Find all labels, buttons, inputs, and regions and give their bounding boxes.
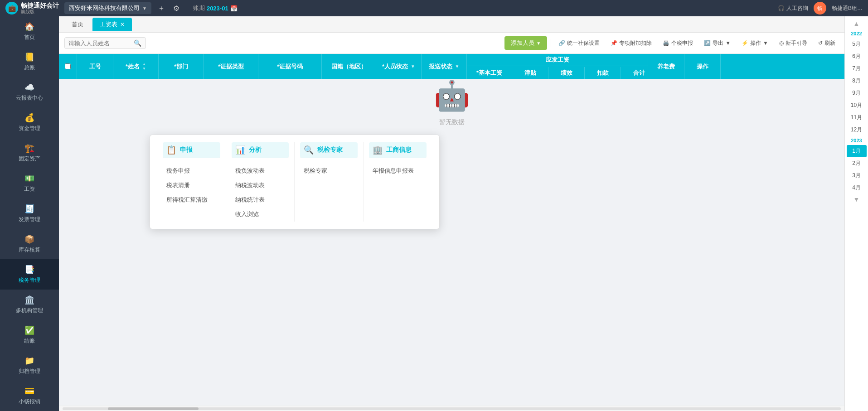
cal-month-2023-1[interactable]: 1月 [847, 145, 867, 157]
cal-year-2022: 2022 [851, 29, 862, 38]
cal-nav-up[interactable]: ▲ [852, 18, 862, 29]
social-security-button[interactable]: 🔗 统一社保设置 [555, 38, 603, 49]
th-person-status: *人员状态 ▼ [376, 54, 422, 79]
assets-icon: 🏗️ [24, 143, 34, 153]
report-section-icon: 📋 [166, 145, 176, 155]
refresh-icon: ↺ [818, 40, 823, 46]
report-status-filter-icon[interactable]: ▼ [455, 64, 460, 69]
cal-month-8[interactable]: 8月 [847, 75, 867, 87]
tax-icon: 📑 [24, 265, 34, 275]
dropdown-grid: 📋 申报 税务申报 税表清册 所得税汇算清缴 📊 分析 税负波动表 [157, 142, 432, 222]
section-taxcheck-title: 税检专家 [317, 146, 343, 154]
dropdown-item-tax-burden[interactable]: 税负波动表 [232, 164, 289, 178]
bottom-scrollbar[interactable] [59, 406, 844, 411]
sidebar-org-label: 多机构管理 [16, 307, 43, 314]
sidebar-item-archive[interactable]: 📁 归档管理 [0, 350, 59, 381]
sidebar-item-assets[interactable]: 🏗️ 固定资产 [0, 138, 59, 168]
cal-month-2023-4[interactable]: 4月 [847, 182, 867, 194]
sidebar-cloud-label: 云报表中心 [16, 94, 43, 102]
cal-month-12[interactable]: 12月 [847, 124, 867, 136]
section-report-title: 申报 [180, 146, 193, 154]
export-button[interactable]: ↗️ 导出 ▼ [700, 38, 734, 49]
cal-month-6[interactable]: 6月 [847, 50, 867, 63]
payroll-icon: 💵 [24, 174, 34, 184]
special-deduction-button[interactable]: 📌 专项附加扣除 [607, 38, 655, 49]
dropdown-item-tax-fluctuation[interactable]: 纳税波动表 [232, 178, 289, 193]
dropdown-item-tax-stats[interactable]: 纳税统计表 [232, 193, 289, 207]
cal-month-9[interactable]: 9月 [847, 87, 867, 99]
sidebar-item-closing[interactable]: ✅ 结账 [0, 320, 59, 350]
cal-month-7[interactable]: 7月 [847, 63, 867, 75]
cal-month-5[interactable]: 5月 [847, 38, 867, 50]
app-logo: 💼 畅捷通好会计 旗舰版 [5, 2, 60, 15]
tab-payroll[interactable]: 工资表 ✕ [92, 18, 132, 31]
section-bizinfo-header: 🏢 工商信息 [369, 142, 427, 158]
social-security-icon: 🔗 [558, 40, 565, 46]
home-icon: 🏠 [24, 22, 34, 32]
human-service-button[interactable]: 🎧 人工咨询 [778, 5, 808, 12]
closing-icon: ✅ [24, 325, 34, 335]
cal-nav-down[interactable]: ▼ [852, 194, 862, 205]
sidebar-item-home[interactable]: 🏠 首页 [0, 16, 59, 47]
dropdown-item-tax-report[interactable]: 税务申报 [163, 164, 220, 178]
refresh-button[interactable]: ↺ 刷新 [815, 38, 839, 49]
operations-icon: ⚡ [742, 40, 748, 46]
tax-report-icon: 🖨️ [663, 40, 669, 46]
tabbar: 首页 工资表 ✕ [59, 16, 844, 33]
search-input[interactable] [68, 40, 132, 47]
cal-month-2023-2[interactable]: 2月 [847, 157, 867, 169]
sidebar-item-payroll[interactable]: 💵 工资 [0, 168, 59, 198]
sidebar-item-multi-org[interactable]: 🏛️ 多机构管理 [0, 290, 59, 320]
invoice-icon: 🧾 [24, 204, 34, 214]
export-label: 导出 [713, 39, 723, 47]
add-person-button[interactable]: 添加人员 ▼ [504, 36, 547, 50]
content-area: 工号 *姓名 ▲ ▼ *部门 *证据类型 [59, 54, 844, 411]
dropdown-item-annual-report[interactable]: 年报信息申报表 [369, 164, 427, 178]
guide-button[interactable]: ◎ 新手引导 [776, 38, 811, 49]
sidebar-item-ledger[interactable]: 📒 总账 [0, 47, 59, 77]
add-company-button[interactable]: ＋ [156, 3, 167, 14]
user-name: 畅捷通B组… [832, 5, 863, 12]
org-icon: 🏛️ [24, 295, 34, 305]
sidebar-item-inventory[interactable]: 📦 库存核算 [0, 229, 59, 259]
section-analysis-header: 📊 分析 [232, 142, 289, 158]
calendar-icon[interactable]: 📅 [230, 5, 238, 12]
sidebar-item-tax[interactable]: 📑 税务管理 [0, 259, 59, 290]
sidebar-item-finance[interactable]: 💰 资金管理 [0, 107, 59, 138]
sidebar-assets-label: 固定资产 [19, 155, 40, 163]
person-status-filter-icon[interactable]: ▼ [411, 64, 415, 69]
tab-home[interactable]: 首页 [64, 18, 91, 31]
dropdown-item-taxcheck[interactable]: 税检专家 [300, 164, 358, 178]
sidebar-item-invoice[interactable]: 🧾 发票管理 [0, 198, 59, 229]
sidebar-archive-label: 归档管理 [19, 367, 40, 375]
add-person-label: 添加人员 [511, 39, 534, 47]
dropdown-item-income-browse[interactable]: 收入浏览 [232, 207, 289, 222]
section-bizinfo-title: 工商信息 [386, 146, 412, 154]
th-id-type: *证据类型 [204, 54, 258, 79]
headset-icon: 🎧 [778, 5, 785, 11]
dropdown-item-income-tax[interactable]: 所得税汇算清缴 [163, 193, 220, 207]
company-name: 西安虾米网络科技有限公司 [69, 4, 140, 12]
sidebar-tax-label: 税务管理 [19, 276, 40, 284]
search-icon: 🔍 [134, 39, 141, 47]
name-sort-icon[interactable]: ▲ ▼ [142, 62, 146, 71]
select-all-checkbox[interactable] [65, 63, 71, 69]
user-avatar: 畅 [814, 2, 826, 15]
cal-month-10[interactable]: 10月 [847, 99, 867, 111]
th-checkbox[interactable] [59, 54, 77, 79]
cal-month-2023-3[interactable]: 3月 [847, 169, 867, 182]
taxcheck-section-icon: 🔍 [304, 145, 314, 155]
settings-button[interactable]: ⚙ [171, 3, 181, 14]
divider-1 [551, 39, 551, 47]
sidebar-item-expense[interactable]: 💳 小畅报销 [0, 381, 59, 411]
special-deduction-icon: 📌 [611, 40, 617, 46]
operations-button[interactable]: ⚡ 操作 ▼ [738, 38, 772, 49]
dropdown-item-tax-form[interactable]: 税表清册 [163, 178, 220, 193]
tax-report-button[interactable]: 🖨️ 个税申报 [659, 38, 697, 49]
sidebar-item-cloud-report[interactable]: ☁️ 云报表中心 [0, 77, 59, 107]
cal-month-11[interactable]: 11月 [847, 111, 867, 124]
company-selector[interactable]: 西安虾米网络科技有限公司 ▼ [64, 2, 151, 14]
scroll-thumb[interactable] [108, 407, 199, 410]
tab-close-button[interactable]: ✕ [120, 21, 125, 28]
social-security-label: 统一社保设置 [567, 39, 600, 47]
